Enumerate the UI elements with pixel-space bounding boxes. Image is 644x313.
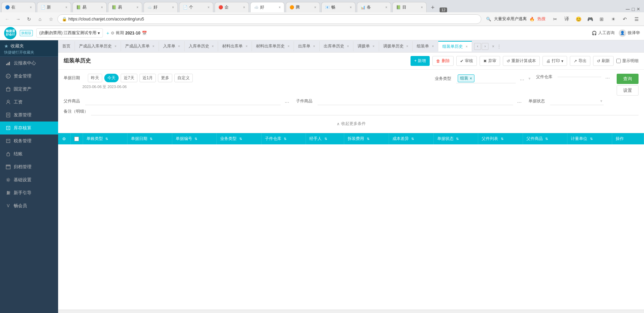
horizontal-scrollbar[interactable] — [58, 310, 644, 313]
col-order-no[interactable]: 单据编号 ⇅ — [172, 133, 217, 144]
date-more-btn[interactable]: 更多 — [158, 74, 172, 82]
parent-warehouse-more-btn[interactable]: ... — [604, 74, 611, 80]
content-tab-home[interactable]: 首页 — [58, 41, 75, 51]
content-tab-material-out-history[interactable]: 材料出库单历史 × — [252, 41, 294, 51]
query-button[interactable]: 查询 — [617, 74, 639, 84]
sidebar-item-close-account[interactable]: 结账 — [0, 147, 58, 160]
tab-6-close-icon[interactable]: × — [207, 5, 210, 9]
sidebar-item-payroll[interactable]: 工资 — [0, 96, 58, 109]
tab-5-close-icon[interactable]: × — [172, 5, 174, 9]
display-detail-label[interactable]: 显示明细 — [616, 58, 639, 64]
date-1month-btn[interactable]: 近1月 — [139, 74, 156, 82]
company-selector[interactable]: (勿删勿禁用) 江西服宝测试专用 ▾ — [36, 28, 103, 38]
menu-btn[interactable]: ☰ — [632, 14, 641, 24]
tab-8-close-icon[interactable]: × — [279, 5, 281, 9]
content-tab-material-out[interactable]: 材料出库单 × — [218, 41, 252, 51]
tab-11-close-icon[interactable]: × — [385, 5, 387, 9]
child-goods-more-btn[interactable]: ... — [516, 98, 523, 104]
tab-1-close-icon[interactable]: × — [30, 5, 32, 9]
date-7days-btn[interactable]: 近7天 — [121, 74, 137, 82]
col-disassemble-fee[interactable]: 拆装费用 ⇅ — [344, 133, 389, 144]
col-cost-diff[interactable]: 成本差异 ⇅ — [389, 133, 434, 144]
business-type-tag-close[interactable]: × — [470, 76, 472, 81]
browser-tab-11[interactable]: 📊 各 × — [357, 2, 391, 12]
order-status-dropdown-icon[interactable]: ▾ — [600, 99, 602, 103]
col-gear[interactable]: ⚙ — [58, 133, 70, 144]
date-yesterday-btn[interactable]: 昨天 — [88, 74, 102, 82]
new-tab-button[interactable]: + — [428, 3, 438, 12]
consultation-button[interactable]: 🎧 人工咨询 — [592, 30, 615, 36]
col-business-type[interactable]: 业务类型 ⇅ — [217, 133, 261, 144]
content-tab-produce-in-history-close[interactable]: × — [115, 44, 117, 48]
content-tab-transfer-close[interactable]: × — [373, 44, 375, 48]
browser-tab-7[interactable]: 🔴 企 × — [215, 2, 249, 12]
content-tab-produce-in-close[interactable]: × — [152, 44, 155, 48]
sidebar-item-guide[interactable]: 新 新手引导 — [0, 186, 58, 199]
col-child-warehouse[interactable]: 子件仓库 ⇅ — [261, 133, 306, 144]
minimize-button[interactable]: ─ — [626, 6, 630, 12]
tab-close-all-button[interactable]: × — [491, 44, 496, 49]
content-tab-material-out-history-close[interactable]: × — [287, 44, 290, 48]
browser-tab-4[interactable]: 📗 易 × — [108, 2, 142, 12]
undo-btn[interactable]: ↶ — [620, 14, 630, 24]
tab-9-close-icon[interactable]: × — [314, 5, 316, 9]
browser-tab-10[interactable]: 📧 畅 × — [321, 2, 355, 12]
sidebar-item-fund[interactable]: ¥ 资金管理 — [0, 70, 58, 83]
browser-tab-9[interactable]: 🟠 腾 × — [286, 2, 320, 12]
tab-12-close-icon[interactable]: × — [421, 5, 423, 9]
emoji-btn[interactable]: 😊 — [574, 14, 583, 24]
sidebar-item-tax[interactable]: 税务管理 — [0, 134, 58, 147]
col-handler[interactable]: 经手人 ⇅ — [306, 133, 344, 144]
recalc-button[interactable]: ↺ 重新计算成本 — [503, 56, 540, 66]
audit-button[interactable]: ✔ 审核 — [456, 56, 477, 66]
display-detail-checkbox[interactable] — [616, 59, 621, 63]
browser-tab-5[interactable]: ☁️ 好 × — [144, 2, 178, 12]
cut-tool-btn[interactable]: ✂ — [550, 14, 560, 24]
content-tab-stock-in[interactable]: 入库单 × — [159, 41, 185, 51]
content-tab-transfer[interactable]: 调拨单 × — [353, 41, 379, 51]
set-button[interactable]: 设置 — [617, 85, 639, 96]
back-button[interactable]: ← — [3, 15, 12, 24]
browser-tab-2[interactable]: 📄 新 × — [37, 2, 71, 12]
home-button[interactable]: ⌂ — [36, 15, 44, 24]
content-tab-out[interactable]: 出库单 × — [294, 41, 320, 51]
close-window-button[interactable]: × — [637, 6, 640, 12]
grid-btn[interactable]: ⊞ — [597, 14, 606, 24]
sidebar-item-cloud-report[interactable]: 云报表中心 — [0, 57, 58, 70]
content-tab-assemble-history-close[interactable]: × — [466, 45, 468, 48]
col-parent-goods[interactable]: 父件商品 ⇅ — [523, 133, 567, 144]
col-order-status[interactable]: 单据状态 ⇅ — [433, 133, 478, 144]
maximize-button[interactable]: □ — [632, 6, 634, 12]
collapse-button[interactable]: ∧ 收起更多条件 — [335, 119, 368, 129]
refresh-button[interactable]: ↺ 刷新 — [593, 56, 614, 66]
print-button[interactable]: 🖨 打印 ▾ — [542, 56, 567, 66]
browser-tab-12[interactable]: 📗 目 × — [392, 2, 427, 12]
tab-next-button[interactable]: › — [482, 43, 488, 50]
browser-tab-3[interactable]: 📗 易 × — [72, 2, 107, 12]
game-btn[interactable]: 🎮 — [585, 14, 595, 24]
bookmark-button[interactable]: ☆ — [46, 15, 55, 24]
content-tab-produce-in[interactable]: 产成品入库单 × — [121, 41, 159, 51]
sidebar-item-inventory[interactable]: 库存核算 — [0, 122, 58, 134]
favorites-title-row[interactable]: ★ 收藏夹 — [4, 43, 54, 49]
content-tab-assemble-close[interactable]: × — [432, 44, 434, 48]
translate-btn[interactable]: 译 — [562, 14, 572, 24]
date-today-btn[interactable]: 今天 — [104, 74, 119, 82]
content-tab-stock-in-history[interactable]: 入库单历史 × — [185, 41, 218, 51]
col-parent-list[interactable]: 父件列表 ⇅ — [478, 133, 523, 144]
col-checkbox[interactable] — [70, 133, 83, 144]
delete-button[interactable]: 🗑 删除 — [432, 56, 454, 66]
export-button[interactable]: ↗ 导出 — [570, 56, 590, 66]
content-tab-stock-in-history-close[interactable]: × — [212, 44, 214, 48]
sidebar-item-fixed-assets[interactable]: 固定资产 — [0, 83, 58, 96]
business-type-dropdown-icon[interactable]: ▾ — [528, 76, 531, 81]
content-tab-transfer-history[interactable]: 调拨单历史 × — [379, 41, 413, 51]
reload-button[interactable]: ↻ — [25, 15, 33, 24]
tab-3-close-icon[interactable]: × — [101, 5, 103, 9]
browser-tab-6[interactable]: 📄 个 × — [179, 2, 213, 12]
tab-4-close-icon[interactable]: × — [136, 5, 138, 9]
brightness-btn[interactable]: ☀ — [608, 14, 618, 24]
content-tab-assemble-history[interactable]: 组装单历史 × — [438, 41, 472, 52]
tab-7-close-icon[interactable]: × — [243, 5, 245, 9]
period-selector[interactable]: + ⚙ 账期 2021-10 📅 — [106, 30, 147, 36]
